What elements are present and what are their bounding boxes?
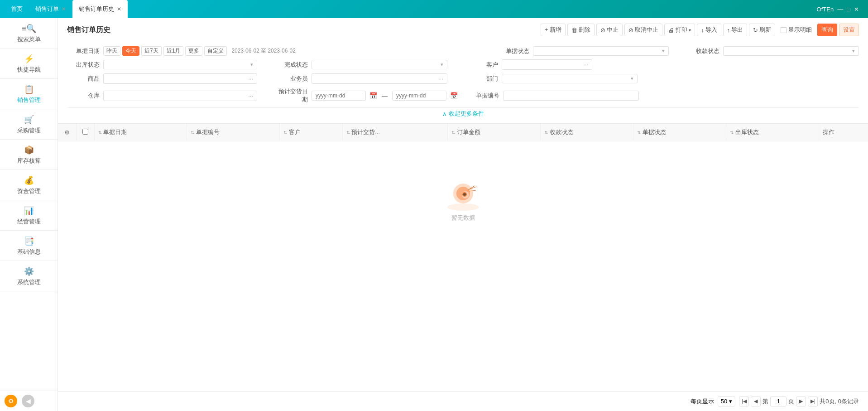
query-button[interactable]: 查询: [817, 24, 837, 36]
bill-no-input[interactable]: [503, 91, 639, 101]
tab-sales-order-history-label: 销售订单历史: [79, 5, 114, 13]
window-maximize-btn[interactable]: □: [847, 6, 850, 13]
settings-gear-icon[interactable]: ⚙: [64, 129, 70, 136]
calendar-start-icon[interactable]: 📅: [369, 92, 377, 99]
first-page-btn[interactable]: |◀: [739, 396, 749, 406]
sidebar-item-sales-mgmt-label: 销售管理: [17, 96, 41, 104]
customer-input[interactable]: ···: [502, 59, 592, 70]
th-out-status-label: 出库状态: [735, 129, 759, 135]
purchase-mgmt-icon: 🛒: [24, 115, 34, 125]
refresh-button[interactable]: ↻ 刷新: [749, 24, 775, 36]
sidebar-item-basic-info[interactable]: 📑 基础信息: [0, 231, 58, 261]
last-page-btn[interactable]: ▶|: [808, 396, 818, 406]
basic-info-icon: 📑: [24, 236, 34, 246]
complete-status-label: 完成状态: [275, 61, 312, 69]
export-button[interactable]: ↑ 导出: [723, 24, 748, 36]
expected-date-start[interactable]: [312, 91, 366, 101]
sidebar-item-basic-info-label: 基础信息: [17, 248, 41, 256]
next-page-btn[interactable]: ▶: [796, 396, 806, 406]
th-bill-status[interactable]: ⇅ 单据状态: [633, 124, 726, 141]
table-container: ⚙ ⇅ 单据日期 ⇅ 单据编号: [58, 124, 868, 391]
salesman-input[interactable]: ···: [312, 73, 447, 84]
complete-status-select[interactable]: ▾: [312, 60, 447, 69]
page-label-prefix: 第: [762, 397, 768, 406]
out-status-select[interactable]: ▾: [103, 60, 257, 69]
sidebar-item-search-menu[interactable]: ≡🔍 搜索菜单: [0, 18, 58, 48]
sidebar-item-sales-mgmt[interactable]: 📋 销售管理: [0, 79, 58, 109]
sidebar-settings-icon[interactable]: ⚙: [5, 395, 17, 407]
display-columns-toggle[interactable]: 显示明细: [777, 24, 815, 36]
expected-date-end[interactable]: [392, 91, 446, 101]
stop-button[interactable]: ⊘ 中止: [596, 24, 623, 36]
content-area: 销售订单历史 + 新增 🗑 删除 ⊘ 中止 ⊘ 取消中止: [58, 18, 868, 411]
tab-sales-order-close[interactable]: ✕: [62, 6, 66, 12]
th-settings[interactable]: ⚙: [58, 124, 76, 141]
bill-status-select[interactable]: ▾: [533, 46, 669, 56]
window-minimize-btn[interactable]: —: [837, 6, 843, 13]
sidebar-collapse-icon[interactable]: ◀: [22, 395, 34, 407]
more-btn[interactable]: 更多: [185, 46, 202, 56]
warehouse-input[interactable]: ···: [103, 91, 257, 101]
th-bill-date[interactable]: ⇅ 单据日期: [94, 124, 187, 141]
yesterday-btn[interactable]: 昨天: [103, 46, 120, 56]
salesman-label: 业务员: [275, 75, 312, 83]
tab-sales-order-history-close[interactable]: ✕: [117, 6, 121, 12]
per-page-select[interactable]: 50 ▾: [718, 396, 735, 406]
sidebar-item-quick-nav[interactable]: ⚡ 快捷导航: [0, 48, 58, 79]
sort-icon-receipt-status: ⇅: [544, 130, 548, 135]
tab-sales-order[interactable]: 销售订单 ✕: [29, 0, 72, 18]
select-all-checkbox[interactable]: [82, 129, 88, 135]
sort-icon-bill-date: ⇅: [98, 130, 102, 135]
per-page-chevron-icon: ▾: [729, 398, 732, 405]
th-customer[interactable]: ⇅ 客户: [280, 124, 343, 141]
tab-sales-order-label: 销售订单: [35, 5, 59, 13]
sidebar-item-purchase-mgmt[interactable]: 🛒 采购管理: [0, 109, 58, 140]
receipt-status-select[interactable]: ▾: [723, 46, 859, 56]
th-order-amount[interactable]: ⇅ 订单金额: [448, 124, 541, 141]
import-button[interactable]: ↓ 导入: [697, 24, 721, 36]
last7-btn[interactable]: 近7天: [141, 46, 162, 56]
th-bill-no[interactable]: ⇅ 单据编号: [187, 124, 280, 141]
th-expected-delivery[interactable]: ⇅ 预计交货...: [342, 124, 448, 141]
prev-page-btn[interactable]: ◀: [751, 396, 761, 406]
th-receipt-status[interactable]: ⇅ 收款状态: [541, 124, 633, 141]
inventory-icon: 📦: [24, 145, 34, 155]
out-status-label: 出库状态: [67, 61, 103, 69]
today-btn[interactable]: 今天: [122, 46, 139, 56]
calendar-end-icon[interactable]: 📅: [450, 92, 458, 99]
page-title-row: 销售订单历史 + 新增 🗑 删除 ⊘ 中止 ⊘ 取消中止: [67, 24, 859, 36]
sort-icon-order-amount: ⇅: [451, 130, 455, 135]
page-header: 销售订单历史 + 新增 🗑 删除 ⊘ 中止 ⊘ 取消中止: [58, 18, 868, 124]
print-button[interactable]: 🖨 打印 ▾: [664, 24, 695, 36]
window-close-btn[interactable]: ✕: [854, 6, 859, 13]
last1m-btn[interactable]: 近1月: [163, 46, 184, 56]
department-select[interactable]: ▾: [502, 74, 638, 83]
sys-mgmt-icon: ⚙️: [24, 266, 34, 276]
sort-icon-customer: ⇅: [283, 130, 287, 135]
delete-button[interactable]: 🗑 删除: [567, 24, 595, 36]
sidebar-item-sys-mgmt[interactable]: ⚙️ 系统管理: [0, 261, 58, 291]
sidebar-item-operations[interactable]: 📊 经营管理: [0, 200, 58, 231]
collapse-bar[interactable]: ∧ 收起更多条件: [67, 107, 859, 120]
page-number-input[interactable]: [770, 396, 786, 406]
sidebar-item-inventory[interactable]: 📦 库存核算: [0, 140, 58, 170]
sidebar-item-finance[interactable]: 💰 资金管理: [0, 170, 58, 200]
page-label-suffix: 页: [788, 397, 794, 406]
display-columns-checkbox[interactable]: [781, 27, 786, 33]
table-header-row: ⚙ ⇅ 单据日期 ⇅ 单据编号: [58, 124, 868, 141]
empty-illustration: [441, 178, 486, 214]
new-button[interactable]: + 新增: [541, 24, 566, 36]
custom-btn[interactable]: 自定义: [204, 46, 227, 56]
goods-input[interactable]: ···: [103, 73, 257, 84]
settings-button[interactable]: 设置: [839, 24, 859, 36]
th-checkbox[interactable]: [76, 124, 94, 141]
cancel-stop-button[interactable]: ⊘ 取消中止: [624, 24, 662, 36]
tab-sales-order-history[interactable]: 销售订单历史 ✕: [72, 0, 128, 18]
tab-home[interactable]: 首页: [5, 0, 29, 18]
date-range-text: 2023-06-02 至 2023-06-02: [231, 47, 295, 55]
sidebar-item-purchase-mgmt-label: 采购管理: [17, 126, 41, 135]
toolbar: + 新增 🗑 删除 ⊘ 中止 ⊘ 取消中止 🖨: [541, 24, 859, 36]
expected-date-label: 预计交货日期: [275, 87, 312, 104]
stop-button-label: 中止: [607, 26, 619, 34]
th-out-status[interactable]: ⇅ 出库状态: [726, 124, 819, 141]
